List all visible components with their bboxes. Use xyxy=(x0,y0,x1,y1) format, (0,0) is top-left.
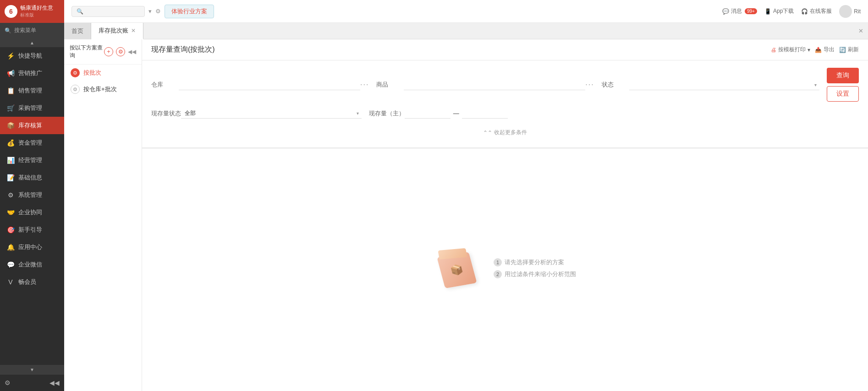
scroll-up-button[interactable]: ▲ xyxy=(0,38,64,47)
stock-status-select[interactable]: 全部 xyxy=(181,108,362,119)
quick-nav-icon: ⚡ xyxy=(6,52,15,60)
warehouse-field: 仓库 ··· xyxy=(151,80,369,90)
sidebar-item-label: 库存核算 xyxy=(18,121,42,130)
topbar-settings-icon[interactable]: ⚙ xyxy=(155,8,161,15)
sidebar-item-wechat[interactable]: 💬 企业微信 xyxy=(0,256,64,273)
empty-illustration: 📦 xyxy=(434,247,480,293)
status-field: 状态 ▾ xyxy=(602,80,819,90)
scheme-label-warehouse: 按仓库+批次 xyxy=(83,85,117,93)
sidebar-item-operations[interactable]: 📊 经营管理 xyxy=(0,152,64,169)
wechat-icon: 💬 xyxy=(6,261,15,269)
refresh-icon: 🔄 xyxy=(839,47,846,53)
app-download-button[interactable]: 📱 App下载 xyxy=(764,7,794,15)
collapse-sidebar-icon[interactable]: ◀◀ xyxy=(49,379,60,386)
filter-panel: 按以下方案查询 + ⚙ ◀◀ ⚙ 按批次 ⚙ 按仓库+批次 xyxy=(64,39,142,391)
sidebar-item-quick-nav[interactable]: ⚡ 快捷导航 xyxy=(0,47,64,65)
collapse-up-icon: ⌃⌃ xyxy=(483,130,492,136)
refresh-button[interactable]: 🔄 刷新 xyxy=(839,46,859,54)
stock-qty-max-input[interactable] xyxy=(462,108,508,119)
scheme-item-batch[interactable]: ⚙ 按批次 xyxy=(64,65,142,81)
settings-icon[interactable]: ⚙ xyxy=(5,379,11,386)
warehouse-label: 仓库 xyxy=(151,81,179,89)
app-version: 标准版 xyxy=(20,12,53,18)
sidebar-item-system[interactable]: ⚙ 系统管理 xyxy=(0,186,64,204)
print-dropdown-icon[interactable]: ▾ xyxy=(808,47,810,53)
product-label: 商品 xyxy=(376,81,404,89)
empty-box-icon: 📦 xyxy=(449,263,464,277)
sidebar-item-guide[interactable]: 🎯 新手引导 xyxy=(0,221,64,239)
sidebar-item-label: 新手引导 xyxy=(18,226,42,234)
sidebar-item-label: 快捷导航 xyxy=(18,52,42,60)
sidebar-item-label: 销售管理 xyxy=(18,87,42,95)
user-profile[interactable]: Rit xyxy=(839,5,861,18)
industry-solution-button[interactable]: 体验行业方案 xyxy=(165,5,214,18)
topbar-dropdown-icon[interactable]: ▾ xyxy=(148,8,152,15)
settings-scheme-button[interactable]: ⚙ xyxy=(116,47,125,56)
message-icon: 💬 xyxy=(722,8,729,15)
avatar xyxy=(839,5,852,18)
search-icon: 🔍 xyxy=(5,27,11,34)
export-button[interactable]: 📤 导出 xyxy=(815,46,835,54)
export-icon: 📤 xyxy=(815,47,822,53)
main-content: 🔍 ▾ ⚙ 体验行业方案 💬 消息 99+ 📱 App下载 🎧 在线客服 xyxy=(64,0,868,391)
sidebar-bottom: ⚙ ◀◀ xyxy=(0,374,64,391)
sidebar-item-purchase[interactable]: 🛒 采购管理 xyxy=(0,99,64,117)
status-label: 状态 xyxy=(602,81,629,89)
scroll-down-button[interactable]: ▼ xyxy=(0,365,64,374)
product-more-icon[interactable]: ··· xyxy=(585,81,594,89)
print-template-button[interactable]: 🖨 按模板打印 ▾ xyxy=(771,46,810,54)
tab-home[interactable]: 首页 xyxy=(64,23,91,39)
sidebar-item-label: 企业微信 xyxy=(18,261,42,269)
topbar-search[interactable]: 🔍 xyxy=(71,6,145,17)
sidebar-item-label: 企业协同 xyxy=(18,208,42,217)
filter-row-2: 现存量状态 全部 ▾ 现存量（主） — xyxy=(151,108,859,119)
online-service-button[interactable]: 🎧 在线客服 xyxy=(801,7,832,15)
sidebar-item-label: 畅会员 xyxy=(18,278,36,286)
sidebar-item-label: 应用中心 xyxy=(18,243,42,251)
stock-qty-field: 现存量（主） — xyxy=(369,108,579,119)
messages-button[interactable]: 💬 消息 99+ xyxy=(722,7,757,15)
finance-icon: 💰 xyxy=(6,139,15,147)
sidebar-item-basic-info[interactable]: 📝 基础信息 xyxy=(0,169,64,186)
tab-close-all-icon[interactable]: ✕ xyxy=(858,27,863,34)
sidebar-item-sales[interactable]: 📋 销售管理 xyxy=(0,82,64,99)
search-menu-label: 搜索菜单 xyxy=(14,27,36,34)
scheme-icon-warehouse: ⚙ xyxy=(71,85,80,94)
empty-hint-2: 2 用过滤条件来缩小分析范围 xyxy=(494,270,576,278)
tab-inventory-batch[interactable]: 库存批次账 ✕ xyxy=(91,23,143,39)
sidebar-item-finance[interactable]: 💰 资金管理 xyxy=(0,134,64,152)
sidebar-item-inventory[interactable]: 📦 库存核算 xyxy=(0,117,64,134)
product-input[interactable] xyxy=(404,80,585,90)
tab-home-label: 首页 xyxy=(71,27,83,35)
sidebar-item-member[interactable]: V 畅会员 xyxy=(0,273,64,291)
print-label: 按模板打印 xyxy=(778,46,806,54)
filter-settings-button[interactable]: 设置 xyxy=(827,86,859,102)
sidebar-item-label: 系统管理 xyxy=(18,191,42,199)
stock-qty-min-input[interactable] xyxy=(405,108,450,119)
collapse-filter-icon[interactable]: ◀◀ xyxy=(128,49,136,55)
add-scheme-button[interactable]: + xyxy=(104,47,113,56)
stock-qty-label: 现存量（主） xyxy=(369,109,405,118)
sidebar-item-app-center[interactable]: 🔔 应用中心 xyxy=(0,239,64,256)
product-field: 商品 ··· xyxy=(376,80,594,90)
tab-close-icon[interactable]: ✕ xyxy=(131,27,136,34)
hint-num-1: 1 xyxy=(494,258,502,266)
headset-icon: 🎧 xyxy=(801,8,808,15)
sidebar-item-marketing[interactable]: 📢 营销推广 xyxy=(0,65,64,82)
empty-hints: 1 请先选择要分析的方案 2 用过滤条件来缩小分析范围 xyxy=(494,258,576,282)
collapse-more-button[interactable]: ⌃⌃ 收起更多条件 xyxy=(151,125,859,140)
app-name: 畅康通好生意 xyxy=(20,5,53,12)
warehouse-more-icon[interactable]: ··· xyxy=(360,81,369,89)
operations-icon: 📊 xyxy=(6,156,15,164)
search-menu-item[interactable]: 🔍 搜索菜单 xyxy=(0,23,64,38)
collapse-label: 收起更多条件 xyxy=(494,129,527,136)
sidebar-nav: ⚡ 快捷导航 📢 营销推广 📋 销售管理 🛒 采购管理 📦 库存核算 💰 资金管… xyxy=(0,47,64,365)
tabbar: 首页 库存批次账 ✕ ✕ xyxy=(64,23,868,39)
warehouse-input[interactable] xyxy=(179,80,360,90)
empty-hint-1: 1 请先选择要分析的方案 xyxy=(494,258,576,266)
status-select[interactable] xyxy=(629,80,819,90)
query-button[interactable]: 查询 xyxy=(827,68,859,83)
scheme-item-warehouse-batch[interactable]: ⚙ 按仓库+批次 xyxy=(64,81,142,98)
sidebar-item-enterprise[interactable]: 🤝 企业协同 xyxy=(0,204,64,221)
marketing-icon: 📢 xyxy=(6,69,15,77)
